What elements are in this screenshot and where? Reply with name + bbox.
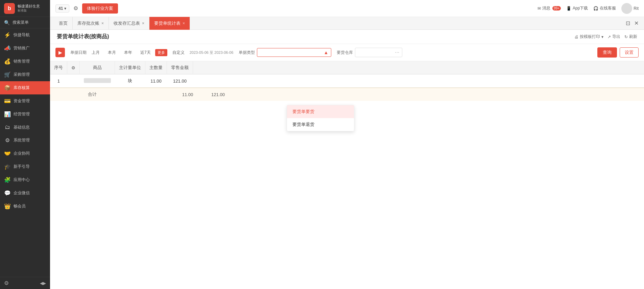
tab-home[interactable]: 首页 [54, 17, 73, 30]
sidebar-item-weixin[interactable]: 💬 企业微信 [0, 186, 50, 200]
sidebar-settings-icon[interactable]: ⚙ [4, 280, 9, 286]
app-download-item[interactable]: 📱 App下载 [566, 5, 588, 11]
tab-close-recv-summary[interactable]: × [142, 21, 144, 26]
warehouse-more-icon: ··· [395, 49, 399, 55]
filter-expand-btn[interactable]: ▶ [55, 48, 65, 57]
header-left: 41 ▾ ⚙ 体验行业方案 [55, 3, 118, 14]
page-content: 要货单统计表(按商品) 🖨 按模板打印 ▾ ↗ 导出 ↻ 刷新 ▶ [50, 30, 644, 289]
tab-inventory-batch[interactable]: 库存批次账 × [73, 17, 109, 30]
chevron-down-icon: ▾ [64, 6, 66, 11]
sidebar-item-apps[interactable]: 🧩 应用中心 [0, 173, 50, 186]
user-profile[interactable]: Rit [621, 3, 639, 14]
date-btn-shang[interactable]: 上月 [89, 48, 103, 57]
shortcut-icon: ⚡ [4, 32, 11, 38]
sidebar-footer: ⚙ ◀▶ [0, 277, 50, 289]
tabs-actions: ⊡ ✕ [624, 20, 640, 26]
dropdown-item-order-goods[interactable]: 要货单要货 [287, 105, 354, 118]
inventory-icon: 📦 [4, 85, 11, 91]
sidebar-toggle-icon[interactable]: ◀▶ [40, 281, 46, 286]
col-product: 商品 [80, 61, 115, 74]
export-btn[interactable]: ↗ 导出 [607, 34, 620, 40]
search-icon: 🔍 [4, 20, 10, 25]
sidebar-item-sales[interactable]: 💰 销售管理 [0, 55, 50, 68]
query-btn[interactable]: 查询 [597, 47, 617, 58]
sidebar-item-guide[interactable]: 🎓 新手引导 [0, 160, 50, 173]
sidebar-item-member[interactable]: 👑 畅会员 [0, 200, 50, 213]
page-actions: 🖨 按模板打印 ▾ ↗ 导出 ↻ 刷新 [574, 34, 637, 40]
app-logo-icon: b [4, 3, 15, 14]
date-range-text: 2023-05-06 至 2023-06-06 [190, 50, 234, 55]
col-amount: 零售金额 [167, 61, 193, 74]
sidebar-search[interactable]: 🔍 搜索菜单 [0, 17, 50, 28]
page-title: 要货单统计表(按商品) [57, 33, 109, 40]
sidebar-item-operation[interactable]: 📊 经营管理 [0, 108, 50, 121]
date-btn-custom[interactable]: 自定义 [169, 48, 188, 57]
sidebar-item-base[interactable]: 🗂 基础信息 [0, 121, 50, 134]
base-icon: 🗂 [4, 124, 11, 130]
sidebar-item-purchase[interactable]: 🛒 采购管理 [0, 68, 50, 81]
sidebar: b 畅捷通好生意 标准版 🔍 搜索菜单 ⚡ 快捷导航 📣 营销推广 💰 销售管理… [0, 0, 50, 289]
date-btn-seven[interactable]: 近7天 [137, 48, 154, 57]
sidebar-item-shortcut[interactable]: ⚡ 快捷导航 [0, 28, 50, 42]
sidebar-item-system[interactable]: ⚙ 系统管理 [0, 134, 50, 147]
warehouse-select[interactable]: ··· [355, 48, 402, 57]
messages-item[interactable]: ✉ 消息 99+ [538, 5, 561, 11]
sidebar-item-collab[interactable]: 🤝 企业协同 [0, 147, 50, 160]
footer-qty: 11.00 [172, 92, 203, 97]
tab-restore-icon[interactable]: ⊡ [624, 20, 631, 26]
download-icon: 📱 [566, 6, 571, 11]
guide-icon: 🎓 [4, 163, 11, 170]
export-icon: ↗ [607, 35, 611, 39]
refresh-btn[interactable]: ↻ 刷新 [624, 34, 637, 40]
sidebar-item-finance[interactable]: 💳 资金管理 [0, 94, 50, 108]
table-container: 序号 ⚙ 商品 主计量单位 主数量 零售金额 1 [50, 61, 644, 88]
filter-bar: ▶ 单据日期 上月 本月 本年 近7天 更多 自定义 2023-05-06 至 … [50, 44, 644, 61]
dropdown-item-order-return[interactable]: 要货单退货 [287, 118, 354, 131]
cell-no: 1 [50, 74, 67, 88]
page-header: 要货单统计表(按商品) 🖨 按模板打印 ▾ ↗ 导出 ↻ 刷新 [50, 30, 644, 44]
date-hot-badge[interactable]: 更多 [155, 49, 167, 56]
table-row: 1 块 11.00 121.00 [50, 74, 644, 88]
date-btn-year[interactable]: 本年 [121, 48, 135, 57]
trial-btn[interactable]: 体验行业方案 [82, 3, 118, 14]
col-no: 序号 [50, 61, 67, 74]
member-icon: 👑 [4, 203, 11, 209]
cell-amount: 121.00 [167, 74, 193, 88]
store-selector[interactable]: 41 ▾ [55, 4, 69, 13]
online-service-item[interactable]: 🎧 在线客服 [593, 5, 616, 11]
refresh-icon: ↻ [624, 35, 628, 39]
system-icon: ⚙ [4, 137, 11, 143]
collab-icon: 🤝 [4, 150, 11, 157]
table-footer: 合计 11.00 121.00 [50, 88, 644, 101]
filter-settings-btn[interactable]: 设置 [620, 47, 639, 58]
main-area: 41 ▾ ⚙ 体验行业方案 ✉ 消息 99+ 📱 App下载 🎧 在线客服 R [50, 0, 644, 289]
finance-icon: 💳 [4, 98, 11, 104]
apps-icon: 🧩 [4, 177, 11, 183]
tabs-bar: 首页 库存批次账 × 收发存汇总表 × 要货单统计表 × ⊡ ✕ [50, 17, 644, 30]
type-dropdown: 要货单要货 要货单退货 [287, 105, 354, 131]
type-select[interactable]: ▲ [257, 48, 331, 57]
tab-order-stats[interactable]: 要货单统计表 × [149, 17, 190, 30]
sidebar-item-marketing[interactable]: 📣 营销推广 [0, 42, 50, 55]
type-caret-up-icon: ▲ [324, 50, 328, 55]
sidebar-item-inventory[interactable]: 📦 库存核算 [0, 81, 50, 94]
print-btn[interactable]: 🖨 按模板打印 ▾ [574, 34, 603, 40]
print-chevron-icon: ▾ [601, 35, 603, 39]
cell-unit: 块 [115, 74, 145, 88]
date-filter-group: 单据日期 上月 本月 本年 近7天 更多 自定义 2023-05-06 至 20… [70, 48, 233, 57]
tab-close-order-stats[interactable]: × [183, 21, 185, 26]
filter-action-btns: 查询 设置 [597, 47, 639, 58]
header-settings-icon[interactable]: ⚙ [73, 5, 78, 12]
col-unit: 主计量单位 [115, 61, 145, 74]
data-table: 序号 ⚙ 商品 主计量单位 主数量 零售金额 1 [50, 61, 644, 88]
type-filter-group: 单据类型 ▲ [239, 48, 331, 57]
tab-recv-summary[interactable]: 收发存汇总表 × [109, 17, 149, 30]
marketing-icon: 📣 [4, 45, 11, 51]
cell-product [80, 74, 115, 88]
date-btn-ben[interactable]: 本月 [105, 48, 119, 57]
top-header: 41 ▾ ⚙ 体验行业方案 ✉ 消息 99+ 📱 App下载 🎧 在线客服 R [50, 0, 644, 17]
tab-close-all-icon[interactable]: ✕ [633, 20, 640, 26]
tab-close-inventory-batch[interactable]: × [101, 21, 104, 26]
col-settings[interactable]: ⚙ [67, 61, 80, 74]
avatar [621, 3, 632, 14]
